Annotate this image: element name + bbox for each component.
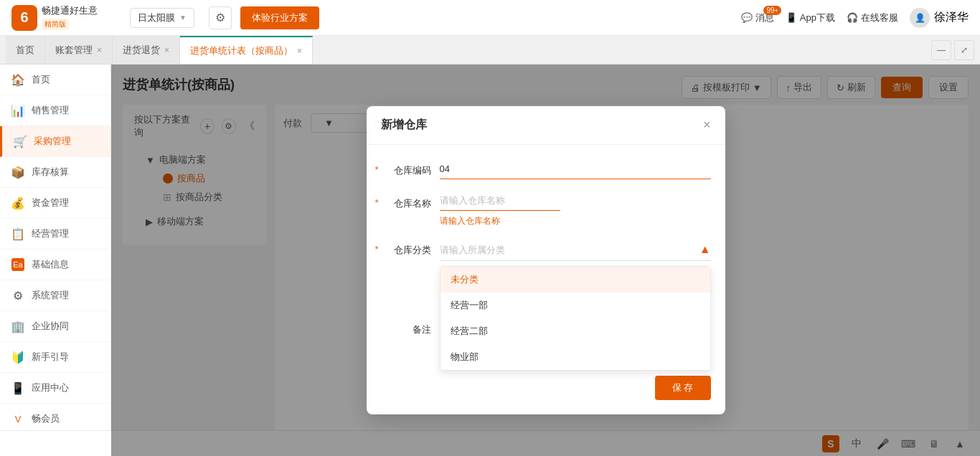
tab-accounts[interactable]: 账套管理 × [45,36,113,64]
sidebar-label-operations: 经营管理 [32,227,69,240]
sidebar-label-inventory: 库存核算 [32,166,69,179]
name-form-row: 仓库名称 请输入仓库名称 [381,191,711,227]
sidebar-label-enterprise: 企业协同 [32,320,69,333]
app-name: 畅捷通好生意 [42,5,98,17]
purchase-icon: 🛒 [14,135,27,148]
dialog-footer: 保 存 [367,367,725,414]
name-label: 仓库名称 [381,192,431,210]
new-warehouse-dialog: 新增仓库 × 仓库编码 仓库名称 [367,106,725,414]
sidebar-label-apps: 应用中心 [32,381,69,394]
home-icon: 🏠 [11,73,24,86]
sidebar-label-sales: 销售管理 [32,104,69,117]
phone-icon: 📱 [786,12,797,23]
app-download-link[interactable]: 📱 App下载 [786,11,835,24]
sidebar-item-home[interactable]: 🏠 首页 [0,65,110,95]
dialog-close-button[interactable]: × [703,118,711,133]
user-avatar-area[interactable]: 👤 徐泽华 [910,8,969,28]
header-right: 💬 消息 99+ 📱 App下载 🎧 在线客服 👤 徐泽华 [741,8,969,28]
dialog-title: 新增仓库 [381,118,427,133]
category-dropdown: 未分类 经营一部 经营二部 物业部 [440,266,711,371]
category-toggle-button[interactable]: ▲ [699,243,711,256]
member-icon: V [11,412,24,425]
headset-icon: 🎧 [847,12,858,23]
main-layout: 🏠 首页 📊 销售管理 🛒 采购管理 📦 库存核算 💰 资金管理 📋 经营管理 … [0,65,980,456]
sidebar-item-operations[interactable]: 📋 经营管理 [0,219,110,250]
inventory-icon: 📦 [11,166,24,179]
notification-badge: 99+ [763,6,781,15]
category-selector: ▲ 未分类 经营一部 经营二部 物业部 [440,239,711,261]
name-error-hint: 请输入仓库名称 [440,215,500,227]
code-label: 仓库编码 [381,159,431,177]
dialog-body: 仓库编码 仓库名称 请输入仓库名称 [367,145,725,367]
home-tab-label: 首页 [16,44,34,57]
name-input[interactable] [440,191,560,211]
apps-icon: 📱 [11,381,24,394]
tab-actions: — ⤢ [931,40,974,60]
online-service-link[interactable]: 🎧 在线客服 [847,11,898,24]
tab-expand-button[interactable]: ⤢ [954,40,974,60]
tab-stats-close[interactable]: × [297,46,302,56]
app-logo-icon: 6 [11,5,37,31]
sidebar-label-guide: 新手引导 [32,351,69,364]
content-area: 进货单统计(按商品) 🖨 按模板打印 ▼ ↑ 导出 ↻ 刷新 查询 设置 [111,65,980,456]
store-arrow-icon: ▼ [179,14,187,22]
trial-button[interactable]: 体验行业方案 [240,6,319,29]
category-input[interactable] [440,244,699,255]
sidebar-item-apps[interactable]: 📱 应用中心 [0,373,110,404]
dropdown-item-dept2[interactable]: 经营二部 [440,318,710,344]
code-form-row: 仓库编码 [381,159,711,179]
note-label: 备注 [381,318,431,336]
code-input[interactable] [440,159,711,179]
basic-info-icon: Ea [11,258,24,271]
sidebar-label-purchase: 采购管理 [34,135,71,148]
sidebar-label-home: 首页 [32,73,50,86]
guide-icon: 🔰 [11,351,24,364]
tab-returns[interactable]: 进货退货 × [113,36,180,64]
sidebar-item-finance[interactable]: 💰 资金管理 [0,188,110,219]
category-label: 仓库分类 [381,239,431,257]
sales-icon: 📊 [11,104,24,117]
tab-bar: 首页 账套管理 × 进货退货 × 进货单统计表（按商品） × — ⤢ [0,36,980,65]
tab-stats[interactable]: 进货单统计表（按商品） × [180,36,313,64]
category-form-row: 仓库分类 ▲ 未分类 经营一部 经营二部 物业部 [381,239,711,261]
sidebar-item-system[interactable]: ⚙ 系统管理 [0,280,110,311]
store-selector[interactable]: 日太阳膜 ▼ [130,8,194,28]
tab-returns-close[interactable]: × [164,45,169,55]
dropdown-item-dept1[interactable]: 经营一部 [440,293,710,318]
enterprise-icon: 🏢 [11,320,24,333]
sidebar-item-guide[interactable]: 🔰 新手引导 [0,342,110,373]
finance-icon: 💰 [11,196,24,209]
sidebar-item-basic-info[interactable]: Ea 基础信息 [0,250,110,280]
sidebar-item-inventory[interactable]: 📦 库存核算 [0,157,110,188]
dialog-header: 新增仓库 × [367,106,725,145]
gear-button[interactable]: ⚙ [209,6,232,29]
dialog-overlay[interactable]: 新增仓库 × 仓库编码 仓库名称 [111,65,980,456]
top-header: 6 畅捷通好生意 精简版 日太阳膜 ▼ ⚙ 体验行业方案 💬 消息 99+ 📱 … [0,0,980,36]
store-name: 日太阳膜 [138,11,175,24]
sidebar-label-system: 系统管理 [32,289,69,302]
notification-icon: 💬 [741,12,753,23]
tab-accounts-close[interactable]: × [97,45,102,55]
notification-button[interactable]: 💬 消息 99+ [741,11,774,24]
sidebar-label-finance: 资金管理 [32,196,69,209]
username: 徐泽华 [934,10,969,25]
sidebar-item-enterprise[interactable]: 🏢 企业协同 [0,311,110,342]
dropdown-item-uncategorized[interactable]: 未分类 [440,267,710,293]
app-badge: 精简版 [42,19,69,30]
system-icon: ⚙ [11,289,24,302]
header-center: ⚙ 体验行业方案 [194,6,741,29]
avatar: 👤 [910,8,930,28]
dropdown-item-property[interactable]: 物业部 [440,344,710,370]
sidebar-item-sales[interactable]: 📊 销售管理 [0,95,110,126]
operations-icon: 📋 [11,227,24,240]
tab-home[interactable]: 首页 [6,36,45,64]
logo-area: 6 畅捷通好生意 精简版 [11,5,123,31]
sidebar-label-basic-info: 基础信息 [32,258,69,271]
sidebar: 🏠 首页 📊 销售管理 🛒 采购管理 📦 库存核算 💰 资金管理 📋 经营管理 … [0,65,111,456]
save-button[interactable]: 保 存 [655,376,711,400]
tab-minimize-button[interactable]: — [931,40,951,60]
sidebar-item-purchase[interactable]: 🛒 采购管理 [0,126,110,157]
sidebar-label-member: 畅会员 [32,412,60,425]
